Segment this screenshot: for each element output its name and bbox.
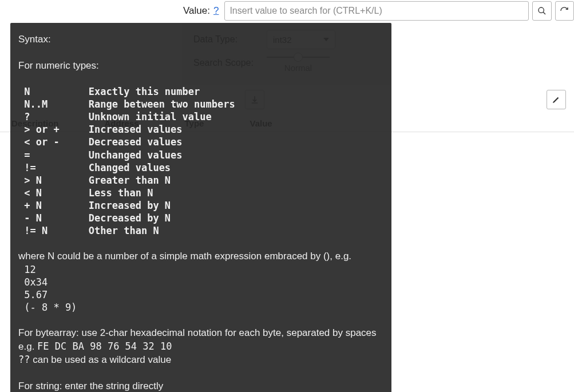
- tooltip-bytearray2: e.g. FE DC BA 98 76 54 32 10: [18, 340, 383, 354]
- value-label: Value:: [183, 5, 210, 17]
- search-button[interactable]: [532, 1, 551, 21]
- syntax-tooltip: Syntax: For numeric types: N Exactly thi…: [10, 23, 391, 392]
- svg-line-1: [543, 12, 545, 14]
- help-link[interactable]: ?: [213, 5, 219, 17]
- tooltip-wildcard: ?? can be used as a wildcard value: [18, 353, 383, 367]
- value-input[interactable]: [224, 1, 529, 21]
- magnifier-icon: [537, 6, 547, 15]
- refresh-button[interactable]: [555, 1, 574, 21]
- edit-button[interactable]: [547, 90, 566, 109]
- pencil-icon: [552, 95, 561, 104]
- tooltip-bytearray1: For bytearray: use 2-char hexadecimal no…: [18, 327, 383, 340]
- tooltip-intro: For numeric types:: [18, 60, 383, 73]
- tooltip-title: Syntax:: [18, 33, 383, 46]
- refresh-icon: [560, 6, 569, 15]
- svg-point-0: [539, 7, 544, 13]
- tooltip-string: For string: enter the string directly: [18, 380, 383, 392]
- syntax-rows: N Exactly this number N..M Range between…: [18, 85, 383, 237]
- tooltip-where: where N could be a number of a simple ma…: [18, 250, 383, 263]
- tooltip-examples: 12 0x34 5.67 (- 8 * 9): [18, 263, 383, 314]
- value-row: Value: ?: [0, 0, 574, 23]
